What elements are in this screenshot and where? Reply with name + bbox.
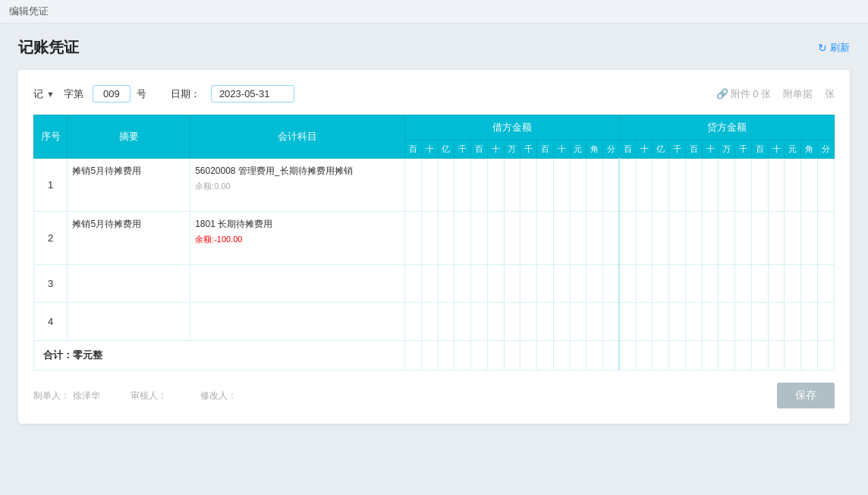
credit-digit-10[interactable] (768, 159, 785, 212)
row-summary[interactable] (68, 303, 190, 341)
row-summary[interactable]: 摊销5月待摊费用 (68, 159, 190, 212)
credit-digit-12[interactable] (801, 159, 818, 212)
credit-digit-4[interactable] (669, 265, 686, 303)
debit-digit-12[interactable] (587, 265, 603, 303)
credit-digit-11[interactable] (785, 212, 801, 265)
debit-digit-13[interactable] (603, 159, 620, 212)
credit-digit-10[interactable] (768, 212, 785, 265)
debit-digit-3[interactable] (438, 265, 454, 303)
credit-digit-6[interactable] (702, 265, 719, 303)
debit-digit-8[interactable] (520, 159, 537, 212)
debit-digit-4[interactable] (454, 265, 471, 303)
debit-digit-8[interactable] (520, 212, 537, 265)
credit-digit-12[interactable] (801, 265, 818, 303)
save-button[interactable]: 保存 (777, 383, 835, 408)
credit-digit-5[interactable] (685, 265, 702, 303)
credit-digit-8[interactable] (735, 303, 752, 341)
credit-digit-3[interactable] (653, 159, 669, 212)
debit-digit-6[interactable] (487, 265, 504, 303)
debit-digit-7[interactable] (504, 303, 520, 341)
debit-digit-12[interactable] (587, 212, 603, 265)
debit-digit-4[interactable] (454, 212, 471, 265)
credit-digit-6[interactable] (702, 212, 719, 265)
debit-digit-11[interactable] (570, 212, 587, 265)
credit-digit-3[interactable] (653, 212, 669, 265)
voucher-number-input[interactable] (93, 85, 131, 102)
debit-digit-5[interactable] (471, 303, 488, 341)
credit-digit-5[interactable] (685, 303, 702, 341)
credit-digit-6[interactable] (702, 159, 719, 212)
credit-digit-11[interactable] (785, 159, 801, 212)
debit-digit-9[interactable] (537, 303, 554, 341)
debit-digit-13[interactable] (603, 212, 620, 265)
credit-digit-6[interactable] (702, 303, 719, 341)
credit-digit-4[interactable] (669, 159, 686, 212)
credit-digit-12[interactable] (801, 212, 818, 265)
credit-digit-7[interactable] (719, 265, 735, 303)
credit-digit-9[interactable] (751, 159, 768, 212)
row-account[interactable] (190, 303, 405, 341)
debit-digit-11[interactable] (570, 159, 587, 212)
debit-digit-9[interactable] (537, 159, 554, 212)
refresh-button[interactable]: ↻ 刷新 (818, 41, 850, 55)
debit-digit-4[interactable] (454, 303, 471, 341)
credit-digit-8[interactable] (735, 159, 752, 212)
debit-digit-13[interactable] (603, 265, 620, 303)
debit-digit-7[interactable] (504, 212, 520, 265)
debit-digit-1[interactable] (405, 303, 422, 341)
debit-digit-10[interactable] (553, 212, 570, 265)
attachment-link[interactable]: 🔗 附件 0 张 (716, 87, 771, 101)
debit-digit-5[interactable] (471, 159, 488, 212)
credit-digit-1[interactable] (619, 212, 636, 265)
debit-digit-6[interactable] (487, 212, 504, 265)
row-account[interactable] (190, 265, 405, 303)
debit-digit-7[interactable] (504, 265, 520, 303)
debit-digit-11[interactable] (570, 303, 587, 341)
credit-digit-11[interactable] (785, 303, 801, 341)
row-account[interactable]: 56020008 管理费用_长期待摊费用摊销余额:0.00 (190, 159, 405, 212)
debit-digit-11[interactable] (570, 265, 587, 303)
voucher-type-select[interactable]: 记 ▼ (33, 87, 55, 101)
credit-digit-12[interactable] (801, 303, 818, 341)
debit-digit-12[interactable] (587, 159, 603, 212)
credit-digit-13[interactable] (817, 159, 834, 212)
date-input[interactable] (211, 85, 294, 102)
debit-digit-5[interactable] (471, 265, 488, 303)
debit-digit-8[interactable] (520, 265, 537, 303)
debit-digit-7[interactable] (504, 159, 520, 212)
debit-digit-2[interactable] (421, 159, 438, 212)
debit-digit-13[interactable] (603, 303, 620, 341)
debit-digit-3[interactable] (438, 212, 454, 265)
credit-digit-7[interactable] (719, 212, 735, 265)
credit-digit-1[interactable] (619, 303, 636, 341)
credit-digit-13[interactable] (817, 303, 834, 341)
debit-digit-1[interactable] (405, 212, 422, 265)
debit-digit-9[interactable] (537, 212, 554, 265)
debit-digit-8[interactable] (520, 303, 537, 341)
credit-digit-2[interactable] (636, 265, 653, 303)
debit-digit-9[interactable] (537, 265, 554, 303)
debit-digit-10[interactable] (553, 303, 570, 341)
debit-digit-3[interactable] (438, 303, 454, 341)
debit-digit-5[interactable] (471, 212, 488, 265)
debit-digit-1[interactable] (405, 265, 422, 303)
debit-digit-3[interactable] (438, 159, 454, 212)
debit-digit-12[interactable] (587, 303, 603, 341)
debit-digit-1[interactable] (405, 159, 422, 212)
credit-digit-7[interactable] (719, 159, 735, 212)
credit-digit-3[interactable] (653, 265, 669, 303)
debit-digit-4[interactable] (454, 159, 471, 212)
row-summary[interactable]: 摊销5月待摊费用 (68, 212, 190, 265)
row-summary[interactable] (68, 265, 190, 303)
credit-digit-3[interactable] (653, 303, 669, 341)
credit-digit-1[interactable] (619, 159, 636, 212)
credit-digit-7[interactable] (719, 303, 735, 341)
credit-digit-8[interactable] (735, 265, 752, 303)
debit-digit-2[interactable] (421, 265, 438, 303)
credit-digit-2[interactable] (636, 212, 653, 265)
credit-digit-8[interactable] (735, 212, 752, 265)
debit-digit-6[interactable] (487, 303, 504, 341)
credit-digit-13[interactable] (817, 212, 834, 265)
credit-digit-9[interactable] (751, 265, 768, 303)
debit-digit-2[interactable] (421, 212, 438, 265)
